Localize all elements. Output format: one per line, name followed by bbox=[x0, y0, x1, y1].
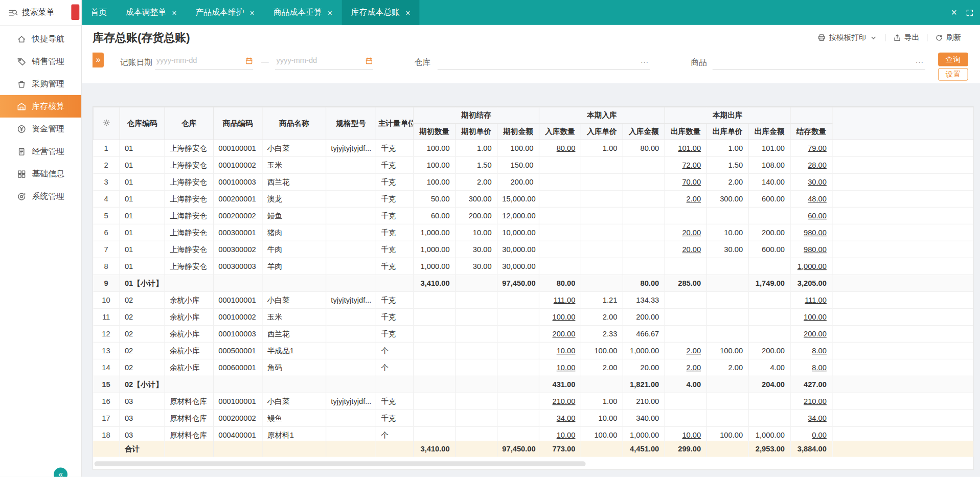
gear-icon[interactable] bbox=[103, 119, 111, 127]
drilldown-link[interactable]: 100.00 bbox=[804, 312, 827, 321]
drilldown-link[interactable]: 0.00 bbox=[812, 430, 827, 439]
collapse-sidebar-button[interactable]: « bbox=[54, 468, 67, 477]
table-row[interactable]: 701上海静安仓000300002牛肉千克1,000.0030.0030,000… bbox=[93, 241, 973, 258]
sidebar-item-sales[interactable]: 销售管理 bbox=[0, 50, 81, 73]
drilldown-link[interactable]: 980.00 bbox=[804, 228, 827, 237]
table-row[interactable]: 601上海静安仓000300001猪肉千克1,000.0010.0010,000… bbox=[93, 224, 973, 241]
close-tab-icon[interactable]: × bbox=[405, 8, 410, 17]
close-window-icon[interactable]: × bbox=[951, 8, 956, 18]
product-lookup-trigger[interactable]: ... bbox=[915, 56, 925, 65]
drilldown-link[interactable]: 72.00 bbox=[682, 161, 701, 169]
table-row[interactable]: 1803原材料仓库000400001原材料1个10.00100.001,000.… bbox=[93, 426, 973, 441]
table-row[interactable]: 1302余杭小库000500001半成品1个10.00100.001,000.0… bbox=[93, 342, 973, 359]
table-row[interactable]: 201上海静安仓000100002玉米千克100.001.50150.0072.… bbox=[93, 156, 973, 173]
drilldown-link[interactable]: 8.00 bbox=[812, 363, 827, 372]
sidebar-search-menu[interactable]: 搜索菜单 bbox=[0, 0, 81, 26]
product-input[interactable] bbox=[713, 56, 915, 66]
drilldown-link[interactable]: 60.00 bbox=[808, 211, 827, 220]
col-warehouse: 仓库 bbox=[165, 107, 213, 140]
drilldown-link[interactable]: 34.00 bbox=[808, 414, 827, 422]
drilldown-link[interactable]: 48.00 bbox=[808, 194, 827, 203]
subtotal-row[interactable]: 901【小计】3,410.0097,450.0080.0080.00285.00… bbox=[93, 275, 973, 291]
tab-product-cost-recalc[interactable]: 商品成本重算 × bbox=[264, 0, 341, 25]
close-tab-icon[interactable]: × bbox=[172, 8, 176, 17]
sidebar-item-funds[interactable]: 资金管理 bbox=[0, 118, 81, 140]
horizontal-scrollbar[interactable] bbox=[95, 461, 972, 466]
drilldown-link[interactable]: 10.00 bbox=[682, 430, 701, 439]
close-tab-icon[interactable]: × bbox=[250, 8, 255, 17]
fullscreen-icon[interactable] bbox=[966, 9, 974, 17]
sidebar-item-system[interactable]: 系统管理 bbox=[0, 185, 81, 208]
table-row[interactable]: 501上海静安仓000200002鳗鱼千克60.00200.0012,000.0… bbox=[93, 207, 973, 224]
tab-home[interactable]: 首页 bbox=[81, 0, 116, 25]
drilldown-link[interactable]: 111.00 bbox=[805, 296, 827, 304]
table-row[interactable]: 401上海静安仓000200001澳龙千克50.00300.0015,000.0… bbox=[93, 190, 973, 207]
table-row[interactable]: 1402余杭小库000600001角码个10.002.0020.002.002.… bbox=[93, 359, 973, 376]
drilldown-link[interactable]: 210.00 bbox=[804, 397, 827, 405]
table-row[interactable]: 1202余杭小库000100003西兰花千克200.002.33466.6720… bbox=[93, 325, 973, 342]
sidebar-item-label: 资金管理 bbox=[32, 123, 64, 134]
col-product-code: 商品编码 bbox=[214, 107, 262, 140]
calendar-icon[interactable] bbox=[245, 57, 253, 65]
sidebar-item-purchase[interactable]: 采购管理 bbox=[0, 73, 81, 95]
drilldown-link[interactable]: 30.00 bbox=[808, 177, 827, 186]
table-row[interactable]: 1703原材料仓库000200002鳗鱼千克34.0010.00340.0034… bbox=[93, 410, 973, 426]
drilldown-link[interactable]: 2.00 bbox=[687, 346, 701, 355]
table-row[interactable]: 301上海静安仓000100003西兰花千克100.002.00200.0070… bbox=[93, 173, 973, 190]
drilldown-link[interactable]: 10.00 bbox=[557, 430, 576, 439]
tab-inventory-cost-ledger[interactable]: 库存成本总账 × bbox=[341, 0, 419, 25]
expand-filters-button[interactable]: » bbox=[93, 53, 104, 67]
drilldown-link[interactable]: 200.00 bbox=[804, 329, 827, 338]
drilldown-link[interactable]: 70.00 bbox=[682, 177, 701, 186]
table-row[interactable]: 1603原材料仓库000100001小白菜tyjyjtyjtyjdf...千克2… bbox=[93, 393, 973, 410]
drilldown-link[interactable]: 20.00 bbox=[682, 245, 701, 254]
close-tab-icon[interactable]: × bbox=[328, 8, 332, 17]
calendar-icon[interactable] bbox=[365, 57, 373, 65]
refresh-button[interactable]: 刷新 bbox=[935, 32, 961, 43]
subtotal-row[interactable]: 1502【小计】431.001,821.004.00204.00427.00 bbox=[93, 376, 973, 393]
sidebar-item-base-info[interactable]: 基础信息 bbox=[0, 163, 81, 185]
drilldown-link[interactable]: 20.00 bbox=[682, 228, 701, 237]
export-button[interactable]: 导出 bbox=[893, 32, 919, 43]
warehouse-input[interactable] bbox=[438, 56, 640, 66]
table-row[interactable]: 1002余杭小库000100001小白菜tyjyjtyjtyjdf...千克11… bbox=[93, 291, 973, 308]
drilldown-link[interactable]: 10.00 bbox=[557, 346, 576, 355]
drilldown-link[interactable]: 101.00 bbox=[678, 144, 701, 152]
drilldown-link[interactable]: 2.00 bbox=[687, 363, 701, 372]
tab-product-cost-maintenance[interactable]: 产品成本维护 × bbox=[186, 0, 264, 25]
drilldown-link[interactable]: 980.00 bbox=[804, 245, 827, 254]
sidebar-item-quick-nav[interactable]: 快捷导航 bbox=[0, 28, 81, 50]
table-row[interactable]: 101上海静安仓000100001小白菜tyjyjtyjtyjdf...千克10… bbox=[93, 140, 973, 156]
drilldown-link[interactable]: 34.00 bbox=[557, 414, 576, 422]
horizontal-scrollbar-thumb[interactable] bbox=[95, 461, 586, 466]
grand-total-row[interactable]: 合计3,410.0097,450.00773.004,451.00299.002… bbox=[93, 441, 973, 457]
sidebar-item-operations[interactable]: 经营管理 bbox=[0, 140, 81, 163]
warehouse-lookup-trigger[interactable]: ... bbox=[640, 56, 650, 65]
app-root: 搜索菜单 快捷导航 销售管理 采购管理 库存核算 资金管理 bbox=[0, 0, 980, 477]
drilldown-link[interactable]: 111.00 bbox=[554, 296, 576, 304]
export-label: 导出 bbox=[904, 32, 919, 43]
sidebar-item-label: 销售管理 bbox=[32, 56, 64, 67]
drilldown-link[interactable]: 80.00 bbox=[557, 144, 576, 152]
drilldown-link[interactable]: 2.00 bbox=[687, 194, 701, 203]
query-button[interactable]: 查询 bbox=[938, 53, 968, 66]
settings-button[interactable]: 设置 bbox=[938, 68, 968, 80]
drilldown-link[interactable]: 8.00 bbox=[812, 346, 827, 355]
drilldown-link[interactable]: 210.00 bbox=[553, 397, 576, 405]
drilldown-link[interactable]: 100.00 bbox=[553, 312, 576, 321]
drilldown-link[interactable]: 28.00 bbox=[808, 161, 827, 169]
group-outbound: 本期出库 bbox=[665, 107, 790, 124]
sidebar-item-inventory[interactable]: 库存核算 bbox=[0, 95, 81, 118]
drilldown-link[interactable]: 200.00 bbox=[553, 329, 576, 338]
drilldown-link[interactable]: 10.00 bbox=[557, 363, 576, 372]
table-row[interactable]: 801上海静安仓000300003羊肉千克1,000.0030.0030,000… bbox=[93, 258, 973, 275]
sidebar-menu: 快捷导航 销售管理 采购管理 库存核算 资金管理 经营管理 bbox=[0, 26, 81, 208]
start-date-input[interactable] bbox=[155, 56, 245, 66]
end-date-input[interactable] bbox=[275, 56, 365, 66]
table-row[interactable]: 1102余杭小库000100002玉米千克100.002.00200.00100… bbox=[93, 308, 973, 325]
drilldown-link[interactable]: 79.00 bbox=[808, 144, 827, 152]
table-body-viewport[interactable]: 101上海静安仓000100001小白菜tyjyjtyjtyjdf...千克10… bbox=[93, 140, 973, 441]
print-by-template-button[interactable]: 按模板打印 bbox=[817, 32, 877, 43]
tab-cost-adjustment[interactable]: 成本调整单 × bbox=[116, 0, 186, 25]
drilldown-link[interactable]: 1,000.00 bbox=[797, 262, 827, 270]
